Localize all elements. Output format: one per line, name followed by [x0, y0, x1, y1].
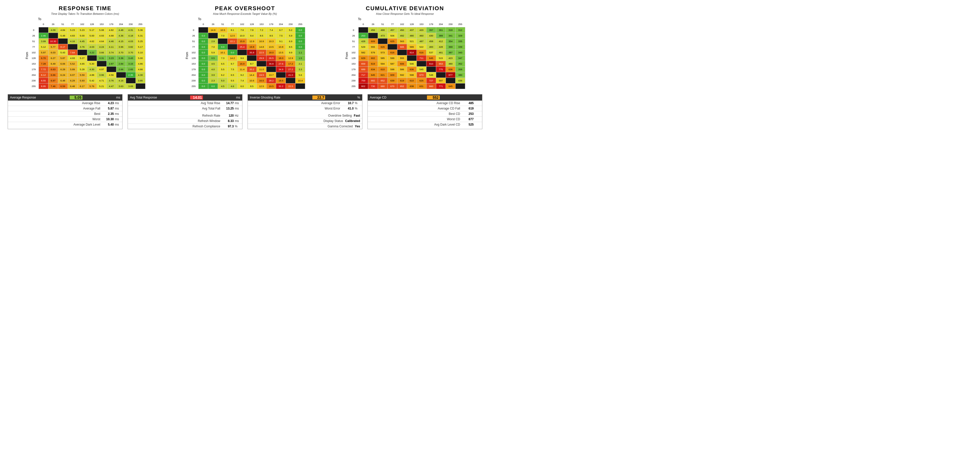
matrix-cell: 4.31 [126, 27, 135, 33]
row-header: 51 [348, 38, 358, 44]
row-header: 179 [29, 66, 38, 72]
matrix-cell: 4.03 [87, 44, 97, 49]
matrix-cell: 480 [407, 33, 417, 38]
col-header: 26 [368, 21, 378, 27]
matrix-cell: 0.0 [199, 72, 208, 78]
stat-label: Refresh Window [130, 119, 222, 123]
matrix-cell: 10.0 [237, 33, 247, 38]
stat-value: 10.30 [102, 118, 114, 121]
matrix-cell: 645 [368, 72, 378, 78]
stat-label: Average Fall [10, 107, 102, 110]
stat-2col-label: Display Status [250, 119, 345, 123]
col-header: 51 [218, 21, 228, 27]
matrix-cell: 653 [436, 61, 445, 66]
stat-row: Average CD Rise485 [368, 100, 482, 106]
matrix-cell: 11.4 [237, 66, 247, 72]
matrix-cell: 6.29 [68, 78, 77, 83]
col-header: 204 [116, 21, 126, 27]
col-header: 77 [68, 21, 77, 27]
row-header: 204 [29, 72, 38, 78]
row-header: 77 [29, 44, 38, 49]
stat-unit: % [354, 101, 360, 105]
row-header: 51 [29, 38, 38, 44]
matrix-cell: 4.5 [218, 83, 228, 89]
matrix-cell: 19.5 [266, 83, 276, 89]
row-header: 77 [189, 44, 199, 49]
stat-row: Average CD Fall619 [368, 106, 482, 111]
matrix-cell: 0.0 [296, 27, 305, 33]
cd-header-label: Average CD [370, 96, 387, 99]
cd-header-value: 552 [427, 95, 440, 100]
matrix-cell: 8.55 [38, 78, 48, 83]
matrix-cell: 5.23 [77, 27, 87, 33]
matrix-cell [87, 55, 97, 61]
cumulative-deviation-section: CUMULATIVE DEVIATION How Close Response … [328, 5, 482, 89]
col-header: 102 [237, 21, 247, 27]
stat-value: 41.0 [342, 107, 354, 110]
matrix-cell: 5.43 [58, 49, 68, 55]
row-header: 179 [348, 66, 358, 72]
col-header: 128 [247, 21, 257, 27]
matrix-cell: 0.0 [228, 49, 237, 55]
matrix-cell [445, 78, 455, 83]
matrix-cell: 16.9 [237, 61, 247, 66]
stat-value: 5.87 [102, 107, 114, 110]
matrix-cell: 8.12 [38, 72, 48, 78]
matrix-cell: 0.0 [208, 83, 218, 89]
stat-label: Best CD [370, 112, 462, 116]
peak-overshoot-title: PEAK OVERSHOOT [215, 5, 275, 12]
matrix-cell: 4.86 [135, 61, 145, 66]
matrix-cell: 16.5 [257, 78, 266, 83]
stat-row: Average Fall5.87ms [8, 106, 122, 111]
matrix-cell: 670 [387, 83, 397, 89]
matrix-cell [436, 72, 445, 78]
matrix-cell: 5.52 [68, 61, 77, 66]
matrix-cell: 412 [436, 38, 445, 44]
matrix-cell: 19.8 [247, 44, 257, 49]
po-matrix-container-table: 0265177102128153179204230255014.910.58.1… [189, 21, 305, 89]
col-header: 204 [276, 21, 286, 27]
cumulative-deviation-title: CUMULATIVE DEVIATION [366, 5, 444, 12]
matrix-cell: 645 [445, 83, 455, 89]
matrix-cell: 5.30 [87, 61, 97, 66]
matrix-cell: 9.6 [237, 55, 247, 61]
matrix-cell: 343 [455, 49, 465, 55]
matrix-cell: 4.47 [107, 83, 116, 89]
matrix-cell: 0.0 [199, 66, 208, 72]
matrix-cell: 22.5 [286, 83, 296, 89]
matrix-cell: 3.23 [107, 55, 116, 61]
row-header: 128 [29, 55, 38, 61]
cd-matrix-container-table: 0265177102128153179204230255045646845745… [348, 21, 465, 89]
matrix-cell: 598 [387, 66, 397, 72]
matrix-cell: 7.4 [266, 27, 276, 33]
matrix-cell: 506 [387, 33, 397, 38]
matrix-cell: 480 [445, 61, 455, 66]
col-header: 0 [199, 21, 208, 27]
matrix-cell: 361 [436, 27, 445, 33]
matrix-cell: 3.74 [107, 49, 116, 55]
matrix-cell [237, 49, 247, 55]
matrix-cell: 4.03 [126, 38, 135, 44]
stat-label: Average Dark Level [10, 123, 102, 126]
stat-unit: % [234, 124, 240, 128]
matrix-cell: 0.5 [208, 55, 218, 61]
row-header: 230 [29, 78, 38, 83]
stat-label: Average Error [250, 101, 342, 105]
matrix-cell: 9.2 [237, 72, 247, 78]
stat-value: 13.25 [222, 107, 234, 110]
matrix-cell: 7.0 [218, 33, 228, 38]
matrix-cell: 6.07 [68, 72, 77, 78]
matrix-cell: 4.16 [116, 78, 126, 83]
col-header: 0 [38, 21, 48, 27]
matrix-cell: 625 [417, 78, 426, 83]
matrix-cell: 20.2 [247, 66, 257, 72]
matrix-cell: 609 [387, 72, 397, 78]
matrix-cell [247, 55, 257, 61]
ig-header-value: 22.7 [312, 95, 325, 100]
matrix-cell: 4.97 [97, 66, 107, 72]
matrix-cell: 546 [407, 61, 417, 66]
matrix-cell: 771 [436, 83, 445, 89]
matrix-cell: 2.9 [208, 38, 218, 44]
matrix-cell: 4.24 [97, 44, 107, 49]
matrix-cell: 8.5 [266, 33, 276, 38]
